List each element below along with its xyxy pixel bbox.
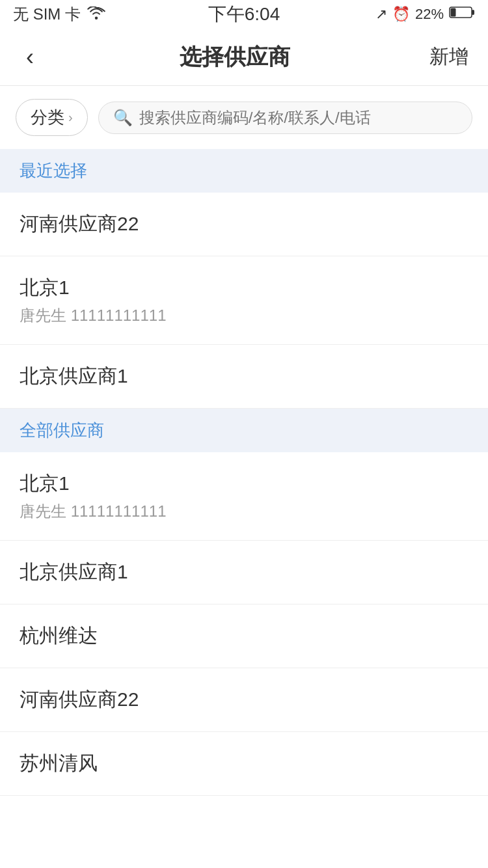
battery-icon (449, 6, 475, 23)
item-name: 杭州维达 (20, 623, 468, 649)
status-bar: 无 SIM 卡 下午6:04 ↗ ⏰ 22% (0, 0, 488, 29)
page-title: 选择供应商 (180, 42, 290, 72)
all-list-item[interactable]: 北京1唐先生 11111111111 (0, 452, 488, 541)
recent-section-label: 最近选择 (20, 161, 87, 180)
nav-bar: ‹ 选择供应商 新增 (0, 29, 488, 86)
alarm-icon: ⏰ (392, 6, 410, 23)
all-list-item[interactable]: 河南供应商22 (0, 668, 488, 732)
item-name: 河南供应商22 (20, 686, 468, 713)
recent-items-list: 河南供应商22北京1唐先生 11111111111北京供应商1 (0, 193, 488, 409)
location-icon: ↗ (375, 6, 387, 23)
svg-rect-1 (451, 8, 456, 17)
add-button[interactable]: 新增 (429, 44, 468, 70)
chevron-right-icon: › (68, 110, 73, 125)
item-sub: 唐先生 11111111111 (20, 305, 468, 326)
all-list-item[interactable]: 杭州维达 (0, 604, 488, 668)
category-button[interactable]: 分类 › (16, 99, 88, 136)
item-name: 北京供应商1 (20, 363, 468, 390)
all-items-list: 北京1唐先生 11111111111北京供应商1杭州维达河南供应商22苏州清风 (0, 452, 488, 796)
filter-bar: 分类 › 🔍 (0, 86, 488, 149)
item-name: 北京1 (20, 470, 468, 497)
item-sub: 唐先生 11111111111 (20, 501, 468, 522)
wifi-icon (87, 5, 105, 23)
recent-section-header: 最近选择 (0, 149, 488, 193)
recent-list-item[interactable]: 北京供应商1 (0, 345, 488, 409)
item-name: 河南供应商22 (20, 211, 468, 237)
recent-list-item[interactable]: 北京1唐先生 11111111111 (0, 256, 488, 345)
item-name: 北京1 (20, 275, 468, 301)
search-box[interactable]: 🔍 (98, 102, 472, 134)
sim-label: 无 SIM 卡 (13, 4, 81, 25)
battery-percent: 22% (415, 6, 444, 23)
item-name: 苏州清风 (20, 750, 468, 777)
svg-rect-2 (472, 10, 474, 15)
item-name: 北京供应商1 (20, 559, 468, 586)
all-list-item[interactable]: 北京供应商1 (0, 541, 488, 604)
all-section-label: 全部供应商 (20, 420, 104, 440)
search-icon: 🔍 (113, 109, 133, 127)
search-input[interactable] (139, 109, 457, 127)
category-label: 分类 (31, 106, 64, 129)
status-right: ↗ ⏰ 22% (375, 6, 475, 23)
status-time: 下午6:04 (208, 2, 280, 27)
back-button[interactable]: ‹ (20, 37, 40, 77)
all-section-header: 全部供应商 (0, 409, 488, 452)
recent-list-item[interactable]: 河南供应商22 (0, 193, 488, 256)
all-list-item[interactable]: 苏州清风 (0, 732, 488, 796)
status-left: 无 SIM 卡 (13, 4, 105, 25)
